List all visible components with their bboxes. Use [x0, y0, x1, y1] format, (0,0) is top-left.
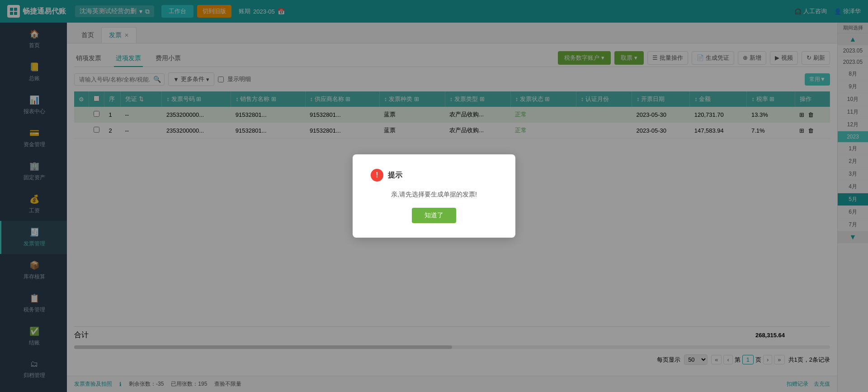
modal-message: 亲,请先选择要生成单据的发票!	[391, 191, 477, 199]
modal-title: 提示	[388, 171, 402, 180]
modal-box: ! 提示 亲,请先选择要生成单据的发票! 知道了	[353, 154, 515, 238]
modal-overlay: ! 提示 亲,请先选择要生成单据的发票! 知道了	[0, 0, 868, 392]
modal-warning-icon: !	[371, 169, 383, 182]
modal-confirm-button[interactable]: 知道了	[412, 208, 456, 223]
modal-header: ! 提示	[371, 169, 402, 182]
